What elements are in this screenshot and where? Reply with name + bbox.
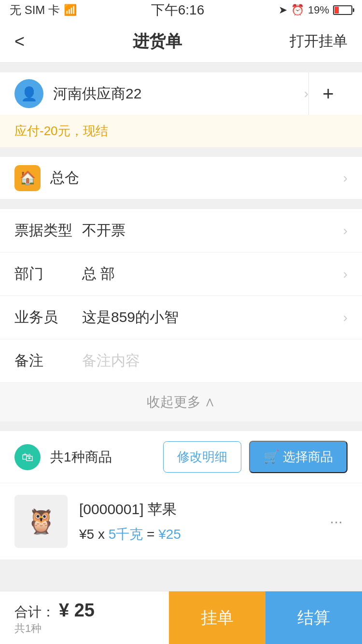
product-count: 共1种商品 <box>50 448 163 466</box>
back-button[interactable]: < <box>14 31 25 52</box>
remark-label: 备注 <box>14 351 82 371</box>
status-right: ➤ ⏰ 19% <box>278 4 352 16</box>
supplier-selector[interactable]: 👤 河南供应商22 › <box>14 72 309 115</box>
cart-icon: 🛒 <box>264 449 279 464</box>
supplier-avatar: 👤 <box>14 79 43 108</box>
location-icon: ➤ <box>278 4 287 16</box>
payment-hint: 应付-20元，现结 <box>0 115 362 147</box>
product-header: 🛍 共1种商品 修改明细 🛒 选择商品 <box>0 431 362 483</box>
product-quantity: 5千克 <box>109 527 143 542</box>
open-pending-button[interactable]: 打开挂单 <box>290 31 348 51</box>
invoice-type-value: 不开票 <box>82 221 338 240</box>
product-header-icon: 🛍 <box>14 444 41 470</box>
status-left: 无 SIM 卡 📶 <box>10 2 77 18</box>
chevron-right-icon-sales: › <box>343 310 348 325</box>
department-label: 部门 <box>14 264 82 284</box>
product-info: [0000001] 苹果 ¥5 x 5千克 = ¥25 <box>79 500 325 544</box>
battery-icon <box>333 5 352 15</box>
department-row[interactable]: 部门 总 部 › <box>0 252 362 296</box>
collapse-button[interactable]: 收起更多 ∧ <box>0 383 362 421</box>
form-section: 票据类型 不开票 › 部门 总 部 › 业务员 这是859的小智 › 备注 备注… <box>0 209 362 383</box>
invoice-type-label: 票据类型 <box>14 221 82 240</box>
supplier-name: 河南供应商22 <box>53 84 299 104</box>
product-price-row: ¥5 x 5千克 = ¥25 <box>79 525 325 544</box>
battery-percent: 19% <box>308 4 329 16</box>
chevron-right-icon: › <box>304 86 308 101</box>
chevron-right-icon-invoice: › <box>343 223 348 238</box>
supplier-section: 👤 河南供应商22 › + <box>0 72 362 115</box>
total-amount: ¥ 25 <box>59 600 95 621</box>
alarm-icon: ⏰ <box>291 4 304 16</box>
checkout-button[interactable]: 结算 <box>265 591 362 644</box>
nav-bar: < 进货单 打开挂单 <box>0 20 362 63</box>
bag-icon: 🛍 <box>22 450 33 464</box>
chevron-right-icon-warehouse: › <box>343 170 348 186</box>
invoice-type-row[interactable]: 票据类型 不开票 › <box>0 209 362 252</box>
warehouse-row[interactable]: 🏠 总仓 › <box>0 157 362 199</box>
product-more-button[interactable]: ··· <box>325 508 348 535</box>
product-code: [0000001] <box>79 501 148 517</box>
add-supplier-button[interactable]: + <box>309 83 348 105</box>
product-item: 🦉 [0000001] 苹果 ¥5 x 5千克 = ¥25 ··· <box>0 483 362 560</box>
total-label: 合计： <box>14 603 55 621</box>
edit-detail-button[interactable]: 修改明细 <box>163 441 241 473</box>
product-total: ¥25 <box>158 527 181 542</box>
product-thumb-icon: 🦉 <box>26 507 56 535</box>
carrier-label: 无 SIM 卡 <box>10 2 60 18</box>
product-unit-price: ¥5 x <box>79 527 109 542</box>
total-row: 合计： ¥ 25 <box>14 600 154 621</box>
select-product-label: 选择商品 <box>283 448 333 465</box>
hang-button[interactable]: 挂单 <box>169 591 265 644</box>
salesperson-value: 这是859的小智 <box>82 308 338 327</box>
total-sub: 共1种 <box>14 621 154 636</box>
chevron-right-icon-dept: › <box>343 266 348 282</box>
salesperson-row[interactable]: 业务员 这是859的小智 › <box>0 296 362 339</box>
status-bar: 无 SIM 卡 📶 下午6:16 ➤ ⏰ 19% <box>0 0 362 20</box>
bottom-bar: 合计： ¥ 25 共1种 挂单 结算 <box>0 591 362 644</box>
wifi-icon: 📶 <box>64 4 77 16</box>
gap-1 <box>0 63 362 72</box>
product-thumbnail: 🦉 <box>14 495 68 548</box>
gap-3 <box>0 199 362 209</box>
select-product-button[interactable]: 🛒 选择商品 <box>249 441 348 473</box>
warehouse-name: 总仓 <box>50 168 338 188</box>
warehouse-icon: 🏠 <box>14 165 41 191</box>
remark-row[interactable]: 备注 备注内容 <box>0 339 362 383</box>
gap-4 <box>0 421 362 431</box>
department-value: 总 部 <box>82 264 338 284</box>
salesperson-label: 业务员 <box>14 308 82 327</box>
product-title: 苹果 <box>148 501 177 517</box>
page-title: 进货单 <box>133 30 182 53</box>
remark-placeholder: 备注内容 <box>82 351 348 371</box>
product-equals: = <box>147 527 158 542</box>
avatar-icon: 👤 <box>21 86 38 102</box>
status-time: 下午6:16 <box>151 1 205 19</box>
gap-2 <box>0 147 362 157</box>
product-name: [0000001] 苹果 <box>79 500 325 519</box>
total-section: 合计： ¥ 25 共1种 <box>0 591 169 644</box>
